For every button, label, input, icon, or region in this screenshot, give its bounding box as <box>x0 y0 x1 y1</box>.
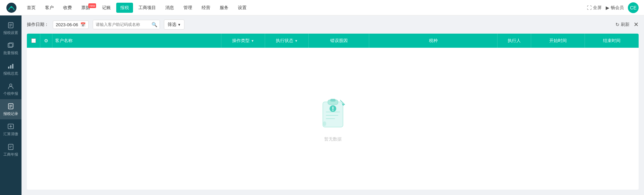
logo[interactable] <box>5 2 17 14</box>
th-gear: ⚙ <box>40 34 52 48</box>
calendar-icon: 📅 <box>80 22 86 27</box>
nav-service[interactable]: 服务 <box>216 3 232 13</box>
nav-invoice[interactable]: 票据 new <box>77 3 97 13</box>
date-label: 操作日期： <box>27 22 49 28</box>
nav-manage[interactable]: 管理 <box>179 3 196 13</box>
top-nav: 首页 客户 收费 票据 new 记账 报税 工商项目 消息 管理 经营 服务 设… <box>0 0 644 15</box>
sidebar-item-annual-report[interactable]: 工商年报 <box>0 140 22 160</box>
filter-label: 筛选 <box>168 22 176 28</box>
col-starttime-label: 开始时间 <box>549 38 567 44</box>
sidebar: 报税设置 批量报税 报税总览 <box>0 15 22 195</box>
col-status-label: 执行状态 <box>276 38 293 44</box>
table-container: ⚙ 客户名称 操作类型 ▼ 执行状态 ▼ 错误股因 税种 <box>27 34 639 190</box>
fullscreen-label: 全屏 <box>593 5 602 11</box>
refresh-button[interactable]: ↻ 刷新 <box>615 22 630 28</box>
th-error: 错误股因 <box>309 34 369 48</box>
table-header: ⚙ 客户名称 操作类型 ▼ 执行状态 ▼ 错误股因 税种 <box>27 34 639 48</box>
fullscreen-btn[interactable]: ⛶ 全屏 <box>587 5 602 11</box>
nav-tax[interactable]: 报税 <box>116 3 133 13</box>
table-body: 暂无数据 <box>27 48 639 190</box>
nav-items: 首页 客户 收费 票据 new 记账 报税 工商项目 消息 管理 经营 服务 设… <box>23 3 587 13</box>
nav-bookkeeping[interactable]: 记账 <box>98 3 115 13</box>
user-avatar[interactable]: CE <box>628 2 639 13</box>
personaltax-label: 个税申报 <box>3 91 18 96</box>
member-icon: ▶ <box>606 5 609 10</box>
chevron-down-icon: ▼ <box>178 23 181 27</box>
col-client-label: 客户名称 <box>55 38 73 44</box>
col-error-label: 错误股因 <box>330 38 348 44</box>
main-layout: 报税设置 批量报税 报税总览 <box>0 15 644 195</box>
empty-state: 暂无数据 <box>316 95 350 142</box>
sort-icon-optype: ▼ <box>251 39 254 43</box>
annualreport-icon <box>7 143 14 151</box>
taxoverview-label: 报税总览 <box>3 71 18 76</box>
svg-rect-24 <box>330 99 336 102</box>
svg-point-30 <box>332 110 333 111</box>
nav-client[interactable]: 客户 <box>41 3 58 13</box>
annualreport-label: 工商年报 <box>3 152 18 157</box>
sidebar-item-personal-tax[interactable]: 个税申报 <box>0 79 22 99</box>
personaltax-icon <box>7 82 14 90</box>
refresh-icon: ↻ <box>615 22 619 27</box>
th-endtime: 结束时间 <box>585 34 639 48</box>
gear-icon[interactable]: ⚙ <box>44 38 48 43</box>
new-badge: new <box>88 3 96 8</box>
col-endtime-label: 结束时间 <box>603 38 620 44</box>
empty-text: 暂无数据 <box>324 136 342 142</box>
th-taxtype: 税种 <box>369 34 498 48</box>
sort-icon-status: ▼ <box>295 39 298 43</box>
taxoverview-icon <box>7 62 14 70</box>
th-status[interactable]: 执行状态 ▼ <box>265 34 309 48</box>
date-value: 2023-06-06 <box>56 22 78 27</box>
batchtax-label: 批量报税 <box>3 50 18 55</box>
fullscreen-icon: ⛶ <box>587 5 592 10</box>
sidebar-item-tax-overview[interactable]: 报税总览 <box>0 59 22 79</box>
date-picker[interactable]: 2023-06-06 📅 <box>53 21 89 29</box>
member-btn[interactable]: ▶ 畅会员 <box>606 5 624 11</box>
taxsettings-label: 报税设置 <box>3 30 18 35</box>
taxsettings-icon <box>7 22 14 29</box>
col-optype-label: 操作类型 <box>232 38 250 44</box>
top-nav-right: ⛶ 全屏 ▶ 畅会员 CE <box>587 2 639 13</box>
svg-point-1 <box>10 6 12 8</box>
annualsettlement-label: 汇算清缴 <box>3 131 18 136</box>
th-checkbox <box>27 34 40 48</box>
search-box: 🔍 <box>93 20 160 29</box>
nav-industry[interactable]: 工商项目 <box>134 3 160 13</box>
content-area: 操作日期： 2023-06-06 📅 🔍 筛选 ▼ ↻ 刷新 ✕ <box>22 15 644 195</box>
sidebar-item-taxsettings[interactable]: 报税设置 <box>0 18 22 38</box>
taxrecord-label: 报税记录 <box>3 111 18 116</box>
filter-button[interactable]: 筛选 ▼ <box>164 20 185 30</box>
nav-fee[interactable]: 收费 <box>59 3 76 13</box>
svg-point-33 <box>323 121 326 126</box>
sidebar-item-annual-settlement[interactable]: 汇算清缴 <box>0 119 22 140</box>
col-taxtype-label: 税种 <box>429 38 438 44</box>
sidebar-item-tax-record[interactable]: 报税记录 <box>0 99 22 119</box>
sidebar-item-batch-tax[interactable]: 批量报税 <box>0 38 22 58</box>
member-label: 畅会员 <box>611 5 624 11</box>
svg-rect-8 <box>8 67 9 69</box>
col-executor-label: 执行人 <box>508 38 521 44</box>
empty-illustration <box>316 95 350 132</box>
batchtax-icon <box>7 42 14 49</box>
refresh-label: 刷新 <box>621 22 630 28</box>
annualsettlement-icon <box>7 123 14 130</box>
nav-message[interactable]: 消息 <box>161 3 178 13</box>
toolbar: 操作日期： 2023-06-06 📅 🔍 筛选 ▼ ↻ 刷新 ✕ <box>22 15 644 34</box>
svg-rect-19 <box>8 144 13 150</box>
nav-settings[interactable]: 设置 <box>234 3 251 13</box>
th-optype[interactable]: 操作类型 ▼ <box>221 34 265 48</box>
taxrecord-icon <box>7 103 14 110</box>
nav-home[interactable]: 首页 <box>23 3 40 13</box>
svg-point-11 <box>10 84 12 86</box>
th-executor: 执行人 <box>498 34 531 48</box>
svg-rect-9 <box>10 65 11 69</box>
nav-operation[interactable]: 经营 <box>198 3 214 13</box>
select-all-checkbox[interactable] <box>31 38 36 43</box>
search-button[interactable]: 🔍 <box>149 20 160 29</box>
close-button[interactable]: ✕ <box>634 22 639 28</box>
svg-rect-10 <box>12 64 13 69</box>
search-input[interactable] <box>93 21 149 29</box>
th-starttime: 开始时间 <box>531 34 585 48</box>
th-client: 客户名称 <box>52 34 221 48</box>
